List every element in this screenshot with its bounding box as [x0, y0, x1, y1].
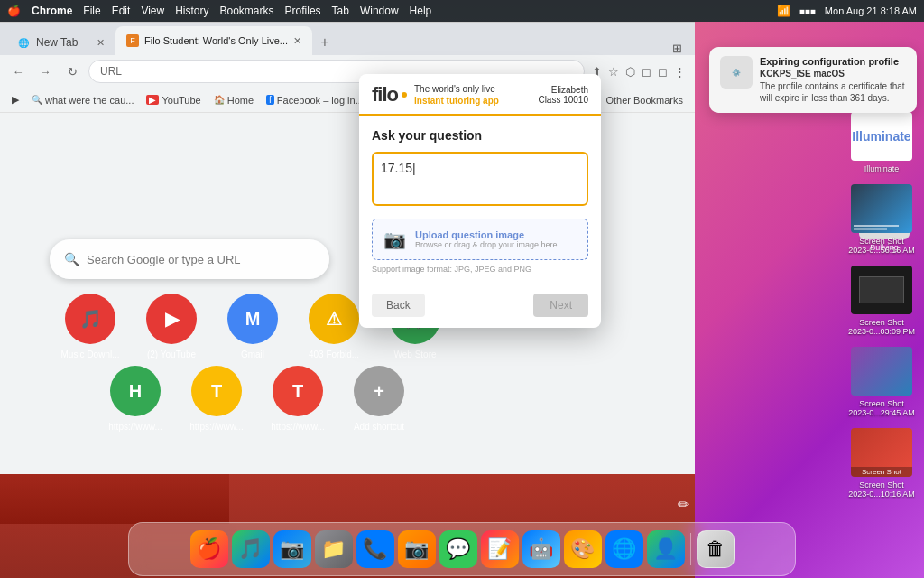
shortcut-gmail[interactable]: M Gmail [221, 294, 284, 359]
dock-phone[interactable]: 📞 [356, 530, 394, 568]
extension3-icon[interactable]: ◻ [656, 63, 670, 80]
add-shortcut-label: Add shortcut [347, 422, 411, 432]
new-tab-button[interactable]: + [312, 30, 337, 55]
menubar-wifi: 📶 [777, 5, 790, 17]
bookmark-facebook-label: Facebook – log in... [277, 95, 364, 106]
apple-menu[interactable]: 🍎 [7, 5, 21, 17]
menu-edit[interactable]: Edit [112, 5, 131, 17]
menu-file[interactable]: File [83, 5, 100, 17]
desktop-icons: Illuminate Illuminate Screen Shot2023-0.… [848, 112, 915, 499]
bookmark-youtube[interactable]: ▶ YouTube [142, 93, 205, 107]
shortcut-youtube[interactable]: ▶ (2) YouTube [140, 294, 203, 359]
filo-tab-close[interactable]: ✕ [293, 35, 301, 47]
tab-search-icon[interactable]: ⊞ [672, 42, 682, 55]
dock-contacts[interactable]: 👤 [647, 530, 685, 568]
menu-profiles[interactable]: Profiles [285, 5, 321, 17]
bookmark-facebook[interactable]: f Facebook – log in... [262, 93, 368, 107]
menu-chrome[interactable]: Chrome [32, 5, 72, 17]
tab-filo[interactable]: F Filo Student: World's Only Live... ✕ [116, 26, 312, 55]
shortcut-t2[interactable]: T https://www... [266, 366, 329, 432]
dock-photos[interactable]: 📷 [273, 530, 311, 568]
dock-music[interactable]: 🎵 [232, 530, 270, 568]
menu-help[interactable]: Help [410, 5, 432, 17]
forward-button[interactable]: → [34, 61, 56, 82]
menu-view[interactable]: View [141, 5, 164, 17]
dock-finder[interactable]: 🍎 [190, 530, 228, 568]
ss4-label: Screen Shot2023-0...10:16 AM [848, 480, 915, 499]
dock-files[interactable]: 📁 [315, 530, 353, 568]
newtab-close[interactable]: ✕ [97, 37, 105, 49]
shortcut-t2-icon: T [273, 366, 323, 416]
add-shortcut[interactable]: + Add shortcut [347, 366, 411, 432]
filo-username: Elizabeth [538, 85, 588, 95]
bookmark-icon[interactable]: ☆ [606, 63, 621, 80]
reload-button[interactable]: ↻ [61, 61, 83, 82]
dock-trash[interactable]: 🗑 [697, 530, 735, 568]
dock-messages[interactable]: 💬 [439, 530, 477, 568]
filo-user-info: Elizabeth Class 10010 [538, 85, 588, 105]
support-text: Support image format: JPG, JPEG and PNG [372, 265, 588, 274]
shortcut-gmail-label: Gmail [221, 350, 284, 359]
back-button-filo[interactable]: Back [372, 294, 425, 317]
shortcut-t1-label: https://www... [185, 422, 248, 432]
search-placeholder: Search Google or type a URL [87, 253, 241, 266]
desktop-icon-ss4[interactable]: Screen Shot Screen Shot2023-0...10:16 AM [848, 428, 915, 499]
menu-tab[interactable]: Tab [332, 5, 349, 17]
notif-text: The profile contains a certificate that … [760, 80, 906, 104]
shortcut-h[interactable]: H https://www... [104, 366, 167, 432]
bookmark-search[interactable]: 🔍 what were the cau... [27, 93, 138, 107]
gmail-icon: M [227, 294, 278, 344]
menu-window[interactable]: Window [360, 5, 399, 17]
upload-icon: 📷 [383, 228, 406, 250]
desktop-icon-ss2[interactable]: Screen Shot2023-0...03:09 PM [848, 266, 915, 336]
bookmark-home[interactable]: 🏠 Home [209, 93, 258, 107]
menu-history[interactable]: History [175, 5, 208, 17]
dock-ai[interactable]: 🤖 [522, 530, 560, 568]
shortcut-h-label: https://www... [104, 422, 167, 432]
tab-newtab[interactable]: 🌐 New Tab ✕ [7, 30, 116, 55]
dock-notes[interactable]: 📝 [481, 530, 519, 568]
shortcut-music-label: Music Downl... [59, 350, 122, 359]
desktop-icon-ss1[interactable]: Screen Shot2023-0...56:16 AM [848, 184, 915, 255]
menu-bookmarks[interactable]: Bookmarks [220, 5, 274, 17]
ss3-label: Screen Shot2023-0...29:45 AM [848, 399, 915, 417]
shortcut-t1[interactable]: T https://www... [185, 366, 248, 432]
search-icon: 🔍 [32, 95, 42, 105]
bookmark-other[interactable]: Other Bookmarks [601, 93, 688, 107]
filo-tagline-block: The world's only live instant tutoring a… [414, 83, 538, 107]
shortcut-webstore-label: Web Store [383, 350, 447, 359]
dock-art[interactable]: 🎨 [564, 530, 602, 568]
desktop-icon-ss3[interactable]: Screen Shot2023-0...29:45 AM [848, 347, 915, 417]
dock-safari[interactable]: 🌐 [605, 530, 643, 568]
next-button-filo[interactable]: Next [533, 294, 588, 317]
filo-tagline-line2: instant tutoring app [414, 96, 499, 106]
filo-footer: Back Next [359, 286, 601, 328]
pencil-icon[interactable]: ✏ [678, 496, 689, 513]
shortcut-music[interactable]: 🎵 Music Downl... [59, 294, 122, 359]
desktop-icon-illuminate[interactable]: Illuminate Illuminate [851, 112, 912, 173]
upload-area[interactable]: 📷 Upload question image Browse or drag &… [372, 219, 588, 260]
menubar: 🍎 Chrome File Edit View History Bookmark… [0, 0, 924, 22]
filo-ask-title: Ask your question [372, 128, 588, 143]
filo-body: Ask your question 17.15| 📷 Upload questi… [359, 116, 601, 286]
notif-subtitle: KCKPS_ISE macOS [760, 69, 906, 79]
back-button[interactable]: ← [7, 61, 29, 82]
filo-tagline-line1: The world's only live [414, 84, 495, 94]
extension-icon[interactable]: ⬡ [624, 63, 637, 80]
shortcut-t2-label: https://www... [266, 422, 329, 432]
shortcut-403[interactable]: ⚠ 403 Forbid... [302, 294, 365, 359]
screenshot-thumb-3 [851, 347, 912, 396]
google-search-bar[interactable]: 🔍 Search Google or type a URL [50, 239, 329, 279]
menubar-battery: ■■■ [799, 6, 816, 16]
filo-modal: filo The world's only live instant tutor… [359, 74, 601, 328]
menu-icon[interactable]: ⋮ [672, 63, 688, 80]
filo-logo-text: filo [372, 83, 398, 107]
question-input[interactable]: 17.15| [372, 152, 588, 206]
extension2-icon[interactable]: ◻ [640, 63, 653, 80]
notification-popup: ⚙️ Expiring configuration profile KCKPS_… [709, 47, 917, 113]
newtab-favicon: 🌐 [18, 38, 29, 48]
shortcut-h-icon: H [110, 366, 161, 416]
notif-title: Expiring configuration profile [760, 56, 906, 67]
bookmark-youtube-icon[interactable]: ▶ [7, 92, 23, 107]
dock-cam[interactable]: 📷 [398, 530, 436, 568]
